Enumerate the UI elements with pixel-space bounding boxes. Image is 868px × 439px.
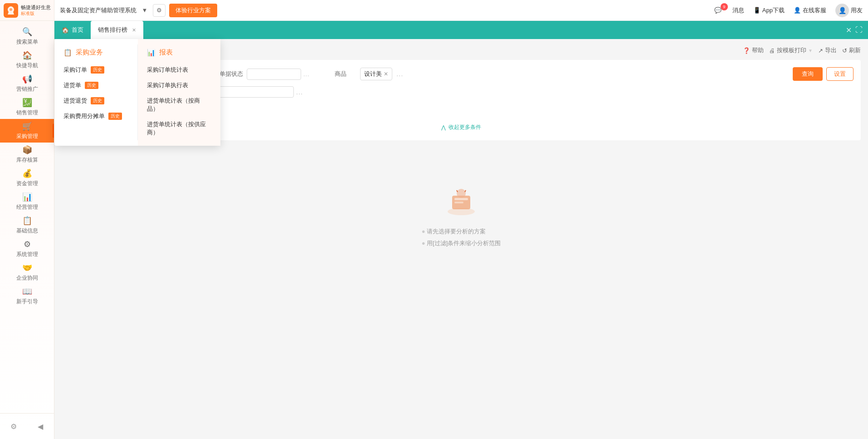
menu-section-reports-title: 📊 报表 <box>138 44 221 62</box>
menu-item-采购费用分摊单[interactable]: 采购费用分摊单历史 <box>54 109 137 124</box>
history-badge: 历史 <box>91 66 104 74</box>
menu-item-采购订单[interactable]: 采购订单历史 <box>54 62 137 78</box>
menu-section-reports: 📊 报表 采购订单统计表采购订单执行表进货单统计表（按商品）进货单统计表（按供应… <box>138 39 221 146</box>
menu-item-label: 采购订单执行表 <box>147 81 188 89</box>
menu-item-label: 采购费用分摊单 <box>63 112 105 120</box>
history-badge: 历史 <box>108 113 122 120</box>
menu-item-label: 进货单统计表（按供应商） <box>147 120 212 137</box>
purchase-section-icon: 📋 <box>63 49 72 57</box>
menu-items-purchase: 采购订单历史进货单历史进货退货历史采购费用分摊单历史 <box>54 62 137 124</box>
reports-section-icon: 📊 <box>147 49 156 57</box>
dropdown-menu: 📋 采购业务 采购订单历史进货单历史进货退货历史采购费用分摊单历史 📊 报表 采… <box>54 39 220 146</box>
menu-item-label: 进货单统计表（按商品） <box>147 97 212 113</box>
menu-item-label: 进货退货 <box>63 97 87 105</box>
menu-item-进货单统计表按商品[interactable]: 进货单统计表（按商品） <box>138 93 221 117</box>
menu-item-采购订单执行表[interactable]: 采购订单执行表 <box>138 78 221 93</box>
menu-item-进货单统计表按供应商[interactable]: 进货单统计表（按供应商） <box>138 117 221 140</box>
menu-item-label: 采购订单 <box>63 66 87 74</box>
menu-item-label: 进货单 <box>63 81 81 89</box>
menu-item-采购订单统计表[interactable]: 采购订单统计表 <box>138 62 221 78</box>
history-badge: 历史 <box>85 82 98 89</box>
history-badge: 历史 <box>91 97 104 104</box>
menu-items-reports: 采购订单统计表采购订单执行表进货单统计表（按商品）进货单统计表（按供应商） <box>138 62 221 140</box>
menu-item-进货单[interactable]: 进货单历史 <box>54 78 137 93</box>
menu-item-label: 采购订单统计表 <box>147 66 188 74</box>
menu-section-purchase-title: 📋 采购业务 <box>54 44 137 62</box>
menu-section-purchase: 📋 采购业务 采购订单历史进货单历史进货退货历史采购费用分摊单历史 <box>54 39 137 146</box>
menu-item-进货退货[interactable]: 进货退货历史 <box>54 93 137 109</box>
